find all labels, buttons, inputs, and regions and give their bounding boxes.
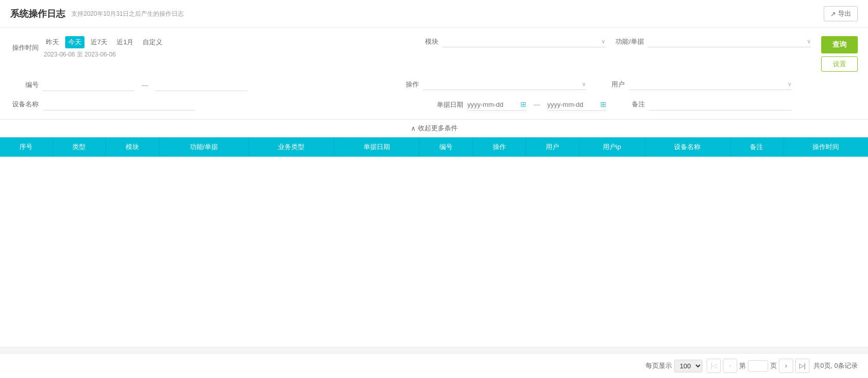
col-remark: 备注 [730,137,783,157]
page-title: 系统操作日志 [10,8,65,20]
time-range-display: 2023-06-06 至 2023-06-06 [44,50,165,59]
op-select[interactable]: ∨ [423,79,586,90]
time-btn-yesterday[interactable]: 昨天 [43,36,62,48]
col-func: 功能/单据 [159,137,248,157]
time-btn-today[interactable]: 今天 [65,36,85,48]
col-device: 设备名称 [645,137,730,157]
date-from-wrap: ⊞ [467,98,526,111]
action-buttons: 查询 设置 [821,36,858,72]
id-label: 编号 [10,80,39,90]
col-seq: 序号 [0,137,52,157]
func-chevron-icon: ∨ [807,38,811,45]
collapse-label: ∧ 收起更多条件 [411,124,458,133]
device-label: 设备名称 [10,100,39,109]
first-page-button[interactable]: |◁ [707,359,721,373]
user-label: 用户 [596,80,625,89]
user-chevron-icon: ∨ [788,81,792,88]
time-buttons-group: 昨天 今天 近7天 近1月 自定义 [43,36,165,48]
date-label: 单据日期 [435,100,463,109]
page-size-select[interactable]: 100 50 200 [674,360,703,372]
module-chevron-icon: ∨ [601,38,605,45]
func-select[interactable]: ∨ [648,36,811,47]
remark-label: 备注 [617,100,645,109]
calendar-from-icon[interactable]: ⊞ [520,100,526,108]
data-table: 序号 类型 模块 功能/单据 业务类型 单据日期 编号 操作 用户 用户ip 设… [0,137,868,157]
col-user: 用户 [526,137,579,157]
date-to-wrap: ⊞ [547,98,606,111]
col-doc-date: 单据日期 [334,137,419,157]
col-biz-type: 业务类型 [249,137,334,157]
time-filter-label: 操作时间 [10,43,39,52]
col-op-time: 操作时间 [783,137,868,157]
id-range-dash: — [138,81,151,89]
col-type: 类型 [52,137,105,157]
user-filter-section: 用户 ∨ [596,79,792,90]
page-container: 系统操作日志 支持2020年10月31日之后产生的操作日志 ↗ 导出 操作时间 … [0,0,868,378]
filter-row-2: 编号 — 操作 ∨ 用户 ∨ [10,79,858,91]
horizontal-scrollbar[interactable] [0,347,868,353]
module-select[interactable]: ∨ [442,36,605,47]
export-button[interactable]: ↗ 导出 [824,6,858,21]
func-label: 功能/单据 [615,37,644,46]
filter-panel: 操作时间 昨天 今天 近7天 近1月 自定义 2023-06-06 至 2023… [0,28,868,120]
op-label: 操作 [390,80,419,89]
func-filter-section: 功能/单据 ∨ [615,36,811,47]
export-icon: ↗ [830,10,836,18]
user-select[interactable]: ∨ [629,79,792,90]
time-btn-1month[interactable]: 近1月 [114,36,136,48]
time-filter-area: 昨天 今天 近7天 近1月 自定义 2023-06-06 至 2023-06-0… [43,36,165,59]
filter-row-3: 设备名称 单据日期 ⊞ — ⊞ 备注 [10,98,858,111]
time-btn-custom[interactable]: 自定义 [139,36,165,48]
query-button[interactable]: 查询 [821,36,858,53]
id-filter-section: 编号 — [10,79,247,91]
id-from-input[interactable] [43,79,134,91]
date-filter-section: 单据日期 ⊞ — ⊞ [435,98,606,111]
settings-button[interactable]: 设置 [821,56,858,72]
date-to-input[interactable] [547,101,598,108]
page-text-after: 页 [770,361,777,370]
filter-row-1: 操作时间 昨天 今天 近7天 近1月 自定义 2023-06-06 至 2023… [10,36,858,72]
remark-filter-section: 备注 [617,98,792,110]
time-btn-7days[interactable]: 近7天 [88,36,110,48]
col-user-ip: 用户ip [579,137,645,157]
device-input[interactable] [43,98,195,110]
device-filter-section: 设备名称 [10,98,195,110]
col-module: 模块 [106,137,159,157]
page-text-before: 第 [739,361,746,370]
op-filter-section: 操作 ∨ [390,79,586,90]
table-header-row: 序号 类型 模块 功能/单据 业务类型 单据日期 编号 操作 用户 用户ip 设… [0,137,868,157]
page-size-wrap: 每页显示 100 50 200 [646,360,703,372]
collapse-bar[interactable]: ∧ 收起更多条件 [0,120,868,137]
prev-page-button[interactable]: ‹ [723,359,737,373]
page-header: 系统操作日志 支持2020年10月31日之后产生的操作日志 ↗ 导出 [0,0,868,28]
col-op: 操作 [472,137,525,157]
page-nav: |◁ ‹ 第 1 页 › ▷| [707,359,809,373]
col-id: 编号 [419,137,472,157]
last-page-button[interactable]: ▷| [795,359,809,373]
calendar-to-icon[interactable]: ⊞ [600,100,606,108]
table-container: 序号 类型 模块 功能/单据 业务类型 单据日期 编号 操作 用户 用户ip 设… [0,137,868,347]
page-size-label: 每页显示 [646,361,672,370]
pagination-bar: 每页显示 100 50 200 |◁ ‹ 第 1 页 › ▷| 共0页, 0条记… [0,353,868,378]
op-chevron-icon: ∨ [582,81,586,88]
collapse-chevron-icon: ∧ [411,125,416,132]
page-number-input[interactable]: 1 [748,360,768,372]
next-page-button[interactable]: › [779,359,793,373]
module-label: 模块 [410,37,438,46]
page-subtitle: 支持2020年10月31日之后产生的操作日志 [71,10,184,18]
date-from-input[interactable] [467,101,518,108]
table-head: 序号 类型 模块 功能/单据 业务类型 单据日期 编号 操作 用户 用户ip 设… [0,137,868,157]
title-area: 系统操作日志 支持2020年10月31日之后产生的操作日志 [10,8,184,20]
remark-input[interactable] [649,98,792,110]
id-to-input[interactable] [155,79,247,91]
date-range-dash: — [530,101,543,108]
total-info: 共0页, 0条记录 [814,361,858,370]
time-filter-item: 操作时间 昨天 今天 近7天 近1月 自定义 2023-06-06 至 2023… [10,36,165,59]
module-filter-section: 模块 ∨ [410,36,605,47]
main-content: 序号 类型 模块 功能/单据 业务类型 单据日期 编号 操作 用户 用户ip 设… [0,137,868,378]
